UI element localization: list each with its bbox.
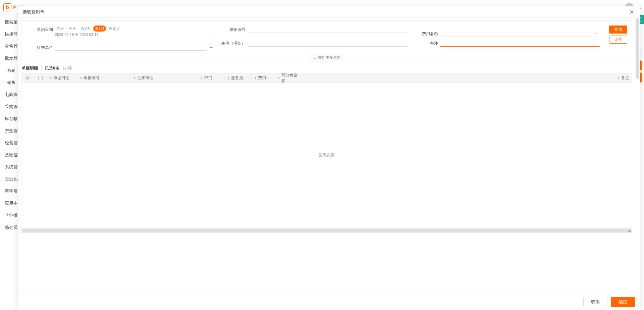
col-party[interactable]: 往来单位 bbox=[131, 73, 198, 83]
list-section-title: 单据明细 bbox=[22, 65, 38, 71]
col-remark[interactable]: 备注 bbox=[302, 73, 632, 83]
vertical-scrollbar[interactable] bbox=[636, 18, 639, 293]
collapse-label: 收起更多条件 bbox=[318, 55, 340, 60]
filter-panel: 单据日期 昨天 今天 近7天 近1月 自定义 2023-02-18 至 2023… bbox=[21, 20, 632, 61]
gear-icon: ⚙ bbox=[26, 75, 30, 81]
col-dept[interactable]: 部门 bbox=[198, 73, 225, 83]
modal-header: 选取费用单 ✕ bbox=[18, 6, 640, 18]
sort-icon bbox=[227, 77, 230, 80]
sort-icon bbox=[133, 77, 136, 80]
modal-footer: 取消 确定 bbox=[18, 294, 640, 310]
checkbox-icon bbox=[38, 76, 43, 80]
sort-icon bbox=[201, 77, 203, 80]
table-empty: 暂无数据 bbox=[21, 83, 632, 227]
scroll-thumb[interactable] bbox=[636, 18, 639, 79]
filter-remark: 备注 bbox=[411, 39, 600, 51]
sort-icon bbox=[254, 77, 257, 80]
more-icon[interactable]: ··· bbox=[209, 45, 215, 50]
collapse-up-icon: ︽ bbox=[313, 55, 317, 60]
date-chip-7d[interactable]: 近7天 bbox=[79, 25, 92, 32]
scroll-thumb[interactable] bbox=[21, 229, 632, 232]
modal-overlay: 选取费用单 ✕ 单据日期 昨天 今天 bbox=[0, 0, 644, 310]
sort-icon bbox=[80, 77, 82, 80]
doc-no-input[interactable] bbox=[248, 25, 407, 33]
horizontal-scrollbar[interactable]: ◀ ▶ bbox=[21, 228, 632, 233]
col-settings[interactable]: ⚙ bbox=[21, 73, 34, 83]
filter-label: 备注 bbox=[411, 39, 438, 46]
confirm-button[interactable]: 确定 bbox=[611, 297, 635, 307]
filter-label: 备注（明细） bbox=[219, 39, 246, 46]
date-chip-custom[interactable]: 自定义 bbox=[107, 25, 122, 32]
date-chip-yesterday[interactable]: 昨天 bbox=[55, 25, 66, 32]
fee-name-input[interactable] bbox=[440, 30, 592, 37]
sort-icon bbox=[618, 77, 620, 80]
remark-input[interactable] bbox=[440, 39, 600, 47]
cancel-button[interactable]: 取消 bbox=[583, 297, 607, 307]
select-fee-modal: 选取费用单 ✕ 单据日期 昨天 今天 bbox=[18, 6, 640, 310]
date-chip-group: 昨天 今天 近7天 近1月 自定义 bbox=[55, 25, 215, 32]
table-header: ⚙ 单据日期 单据编号 往来单位 部门 业务员 费用... 可分摊金额 备注 bbox=[21, 73, 632, 83]
close-icon[interactable]: ✕ bbox=[628, 8, 636, 16]
filter-party: 往来单位 ··· bbox=[26, 39, 215, 51]
filter-label: 单据日期 bbox=[26, 25, 53, 33]
sort-icon bbox=[278, 77, 280, 80]
party-input[interactable] bbox=[55, 43, 207, 51]
collapse-toggle[interactable]: ︽ 收起更多条件 bbox=[310, 54, 343, 61]
col-date[interactable]: 单据日期 bbox=[47, 73, 77, 83]
filter-date: 单据日期 昨天 今天 近7天 近1月 自定义 2023-02-18 至 2023… bbox=[26, 25, 215, 37]
selected-count: 已选0条 | 共0条 bbox=[41, 65, 73, 71]
scroll-right-icon[interactable]: ▶ bbox=[627, 228, 632, 233]
col-staff[interactable]: 业务员 bbox=[225, 73, 252, 83]
date-chip-1m[interactable]: 近1月 bbox=[93, 25, 106, 32]
sort-icon bbox=[50, 77, 52, 80]
date-range-text: 2023-02-18 至 2023-03-18 bbox=[55, 32, 215, 37]
filter-label: 往来单位 bbox=[26, 44, 53, 51]
query-button[interactable]: 查询 bbox=[609, 25, 627, 34]
filter-fee-name: 费用名称 ··· bbox=[411, 25, 600, 37]
filter-detail-remark: 备注（明细） bbox=[219, 39, 407, 51]
modal-title: 选取费用单 bbox=[22, 9, 44, 15]
filter-actions: 查询 设置 bbox=[604, 25, 627, 44]
filter-doc-no: 单据编号 bbox=[219, 25, 407, 37]
results-table: ⚙ 单据日期 单据编号 往来单位 部门 业务员 费用... 可分摊金额 备注 暂… bbox=[21, 73, 632, 227]
detail-remark-input[interactable] bbox=[248, 39, 407, 47]
empty-text: 暂无数据 bbox=[319, 152, 335, 158]
col-select-all[interactable] bbox=[34, 73, 47, 83]
modal-body: 单据日期 昨天 今天 近7天 近1月 自定义 2023-02-18 至 2023… bbox=[18, 18, 640, 294]
col-fee[interactable]: 费用... bbox=[252, 73, 275, 83]
more-icon[interactable]: ··· bbox=[594, 32, 600, 36]
settings-button[interactable]: 设置 bbox=[609, 36, 627, 44]
filter-label: 单据编号 bbox=[219, 25, 246, 33]
col-amount[interactable]: 可分摊金额 bbox=[275, 73, 302, 83]
total-count: 共0条 bbox=[62, 66, 73, 70]
col-doc-no[interactable]: 单据编号 bbox=[77, 73, 131, 83]
date-chip-today[interactable]: 今天 bbox=[67, 25, 78, 32]
filter-label: 费用名称 bbox=[411, 30, 438, 37]
list-info-bar: 单据明细 已选0条 | 共0条 bbox=[21, 64, 632, 73]
